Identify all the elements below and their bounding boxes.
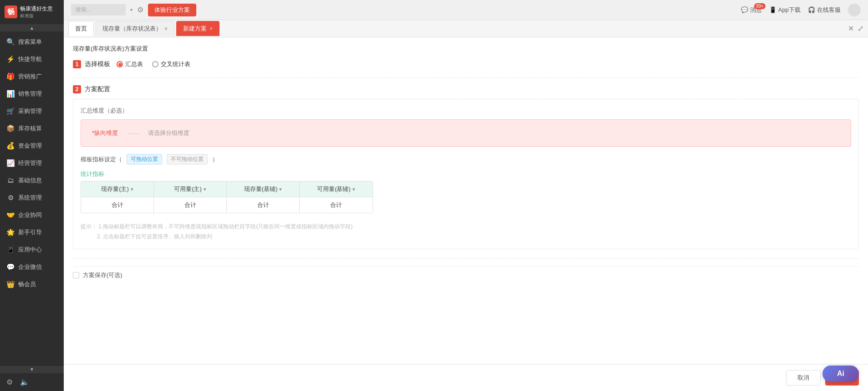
radio-summary[interactable]: 汇总表	[117, 60, 143, 68]
stats-data-col-0: 合计	[81, 197, 154, 213]
sidebar-item-label: 新手引导	[18, 228, 42, 237]
stats-col-3[interactable]: 可用量(基辅) ▾	[300, 181, 373, 197]
stats-header-row: 现存量(主) ▾ 可用量(主) ▾ 现存量(基辅) ▾ 可用量(基辅)	[81, 181, 373, 197]
topbar-dropdown-icon[interactable]: ▾	[130, 7, 133, 12]
tabs-bar: 首页 现存量（库存状况表） × 新建方案 × ✕ ⤢	[64, 20, 868, 37]
indicator-settings-label: 模板指标设定（	[81, 155, 122, 164]
sidebar-item-inventory[interactable]: 📦 库存核算	[0, 120, 64, 137]
stats-data-col-3: 合计	[300, 197, 373, 213]
sidebar-item-label: 企业协同	[18, 211, 42, 219]
topbar: 搜索... ▾ ⚙ 体验行业方案 💬 消息 99+ 📱 App下载 🎧 在线客服	[64, 0, 868, 20]
stats-col-2[interactable]: 现存量(基辅) ▾	[227, 181, 300, 197]
sidebar-item-label: 资金管理	[18, 142, 42, 150]
search-menu-icon: 🔍	[6, 38, 15, 46]
finance-icon: 💰	[6, 142, 15, 150]
select-placeholder[interactable]: 请选择分组维度	[148, 129, 189, 137]
online-service-item[interactable]: 🎧 在线客服	[808, 6, 841, 14]
ai-button[interactable]: Ai	[822, 365, 859, 382]
section-divider-1	[73, 77, 859, 78]
stats-data-col-1: 合计	[154, 197, 227, 213]
sidebar-nav: 🔍 搜索菜单 ⚡ 快捷导航 🎁 营销推广 📊 销售管理 🛒 采购管理 📦 库存核…	[0, 31, 64, 366]
section1-title: 选择模板	[85, 60, 110, 68]
col-3-dropdown-icon[interactable]: ▾	[352, 186, 355, 192]
tab-inventory-close-icon[interactable]: ×	[164, 26, 168, 32]
sidebar-item-basic-info[interactable]: 🗂 基础信息	[0, 172, 64, 189]
sales-icon: 📊	[6, 90, 15, 98]
close-panel-icon[interactable]: ✕	[848, 24, 854, 33]
sidebar-item-search-menu[interactable]: 🔍 搜索菜单	[0, 33, 64, 51]
sidebar-item-quick-nav[interactable]: ⚡ 快捷导航	[0, 51, 64, 68]
sidebar: 畅 畅康通好生意 标准版 ▲ 🔍 搜索菜单 ⚡ 快捷导航 🎁 营销推广 📊 销售…	[0, 0, 64, 391]
tips: 提示： 1.拖动标题栏可以调整布局，不可跨维度或指标区域拖动栏目字段(只能在同一…	[81, 222, 851, 242]
topbar-search[interactable]: 搜索...	[71, 4, 126, 15]
topbar-search-text: 搜索...	[76, 6, 91, 14]
section-1: 1 选择模板 汇总表 交叉统计表	[73, 60, 859, 68]
sidebar-item-finance[interactable]: 💰 资金管理	[0, 137, 64, 154]
sidebar-scroll-down[interactable]: ▼	[0, 366, 64, 373]
sidebar-item-label: 企业微信	[18, 263, 42, 271]
messages-item[interactable]: 💬 消息 99+	[741, 6, 762, 14]
sidebar-item-label: 采购管理	[18, 107, 42, 115]
content-area: 现存量(库存状况表)方案设置 1 选择模板 汇总表 交叉统计表	[64, 37, 868, 364]
radio-cross-dot	[152, 61, 158, 67]
sidebar-item-app-center[interactable]: 📱 应用中心	[0, 241, 64, 258]
expand-icon[interactable]: ⤢	[858, 24, 863, 33]
sidebar-item-purchase[interactable]: 🛒 采购管理	[0, 103, 64, 120]
save-checkbox[interactable]	[73, 272, 79, 278]
sidebar-item-marketing[interactable]: 🎁 营销推广	[0, 68, 64, 85]
speaker-icon[interactable]: 🔈	[20, 378, 29, 386]
tab-home[interactable]: 首页	[68, 21, 94, 36]
stats-col-0[interactable]: 现存量(主) ▾	[81, 181, 154, 197]
topbar-settings-icon[interactable]: ⚙	[137, 5, 143, 14]
sidebar-item-label: 系统管理	[18, 194, 42, 202]
sidebar-item-enterprise-wechat[interactable]: 💬 企业微信	[0, 258, 64, 276]
col-1-dropdown-icon[interactable]: ▾	[204, 186, 206, 192]
tab-inventory-label: 现存量（库存状况表）	[102, 25, 162, 33]
sidebar-item-sales[interactable]: 📊 销售管理	[0, 85, 64, 103]
sidebar-item-contracts[interactable]: 🤝 企业协同	[0, 206, 64, 224]
sidebar-item-label: 应用中心	[18, 246, 42, 254]
message-icon: 💬	[741, 6, 748, 13]
col-2-dropdown-icon[interactable]: ▾	[279, 186, 282, 192]
radio-summary-label: 汇总表	[125, 60, 143, 68]
tab-new-close-icon[interactable]: ×	[209, 26, 213, 32]
sidebar-item-label: 基础信息	[18, 176, 42, 185]
sidebar-item-operations[interactable]: 📈 经营管理	[0, 154, 64, 172]
tab-home-label: 首页	[75, 25, 87, 33]
settings-icon[interactable]: ⚙	[6, 378, 13, 386]
system-icon: ⚙	[6, 194, 15, 202]
tips-title: 提示： 1.拖动标题栏可以调整布局，不可跨维度或指标区域拖动栏目字段(只能在同一…	[81, 222, 851, 232]
section-2: 2 方案配置 汇总维度（必选） *纵向维度 —— 请选择分组维度 模板指标设定（…	[73, 85, 859, 249]
stats-label: 统计指标	[81, 170, 851, 178]
radio-summary-dot	[117, 61, 123, 67]
tab-inventory[interactable]: 现存量（库存状况表） ×	[96, 21, 174, 36]
save-option-label: 方案保存(可选)	[83, 271, 123, 279]
radio-cross-label: 交叉统计表	[161, 60, 190, 68]
quick-nav-icon: ⚡	[6, 55, 15, 63]
tab-new-label: 新建方案	[183, 25, 207, 33]
user-avatar[interactable]	[848, 4, 861, 16]
trial-button[interactable]: 体验行业方案	[148, 4, 196, 16]
contracts-icon: 🤝	[6, 211, 15, 219]
app-center-icon: 📱	[6, 246, 15, 254]
section-divider-2	[73, 258, 859, 259]
bottom-bar: 取消 查询	[64, 364, 868, 391]
tip-2: 2. 点击标题栏下拉可设置排序、插入列和删除列	[81, 232, 851, 242]
cancel-button[interactable]: 取消	[786, 370, 821, 386]
sidebar-scroll-up[interactable]: ▲	[0, 25, 64, 31]
app-download-item[interactable]: 📱 App下载	[769, 6, 801, 14]
indicator-settings: 模板指标设定（ 可拖动位置 不可拖动位置 ）	[81, 154, 851, 165]
col-0-dropdown-icon[interactable]: ▾	[131, 186, 133, 192]
logo-icon: 畅	[5, 5, 17, 18]
app-download-icon: 📱	[769, 6, 776, 13]
sidebar-item-newbie[interactable]: 🌟 新手引导	[0, 224, 64, 241]
radio-cross[interactable]: 交叉统计表	[152, 60, 190, 68]
tab-new-scheme[interactable]: 新建方案 ×	[176, 21, 220, 36]
stats-col-1[interactable]: 可用量(主) ▾	[154, 181, 227, 197]
aggregate-label: 汇总维度（必选）	[81, 107, 851, 115]
topbar-right: 💬 消息 99+ 📱 App下载 🎧 在线客服	[741, 4, 861, 16]
sidebar-item-system[interactable]: ⚙ 系统管理	[0, 189, 64, 206]
sidebar-item-membership[interactable]: 👑 畅会员	[0, 276, 64, 293]
inventory-icon: 📦	[6, 124, 15, 133]
sidebar-item-label: 销售管理	[18, 90, 42, 98]
